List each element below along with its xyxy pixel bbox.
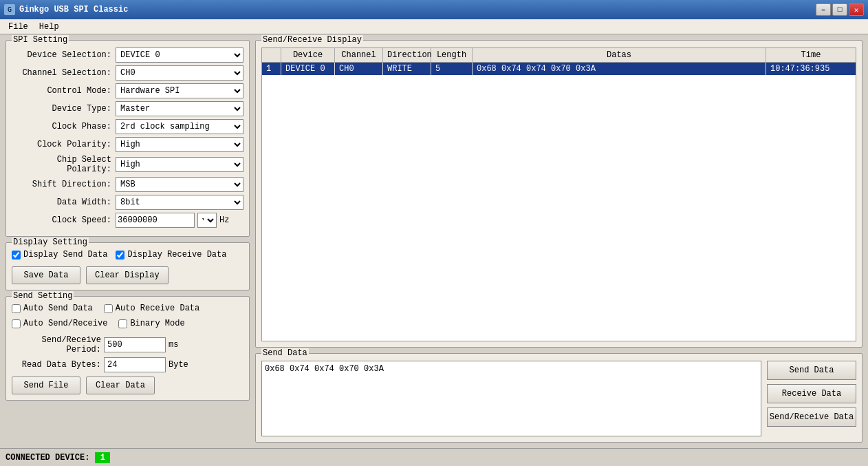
display-receive-label: Display Receive Data <box>127 250 226 260</box>
binary-mode-text: Binary Mode <box>130 319 184 328</box>
display-send-checkbox[interactable] <box>12 251 21 260</box>
send-data-title: Send Data <box>261 348 309 358</box>
save-data-button[interactable]: Save Data <box>12 266 80 284</box>
th-time: Time <box>766 48 856 62</box>
auto-receive-checkbox[interactable] <box>104 304 113 313</box>
auto-receive-text: Auto Receive Data <box>116 304 199 313</box>
clear-data-button[interactable]: Clear Data <box>86 377 155 394</box>
td-direction: WRITE <box>383 63 431 75</box>
status-label: CONNECTED DEVICE: <box>6 453 89 463</box>
clock-speed-control: ▼ Hz <box>116 213 243 228</box>
receive-data-button[interactable]: Receive Data <box>767 384 856 403</box>
send-setting-checkboxes2: Auto Send/Receive Binary Mode <box>12 319 243 331</box>
sr-display-group: Send/Receive Display Device Channel Dire… <box>255 40 862 348</box>
device-selection-row: Device Selection: DEVICE 0 DEVICE 1 <box>12 47 243 63</box>
minimize-button[interactable]: – <box>816 3 831 16</box>
send-setting-checkboxes: Auto Send Data Auto Receive Data <box>12 304 243 316</box>
read-bytes-label: Read Data Bytes: <box>12 360 101 370</box>
window-title: Ginkgo USB SPI Classic <box>19 5 128 14</box>
period-label: Send/Receive Period: <box>12 335 101 354</box>
data-width-label: Data Width: <box>12 198 111 207</box>
menu-help[interactable]: Help <box>34 21 65 33</box>
data-width-row: Data Width: 8bit 16bit <box>12 195 243 210</box>
th-datas: Datas <box>473 48 766 62</box>
chip-select-polarity-row: Chip Select Polarity: High Low <box>12 155 243 174</box>
left-panel: SPI Setting Device Selection: DEVICE 0 D… <box>6 40 250 443</box>
td-datas: 0x68 0x74 0x74 0x70 0x3A <box>473 63 766 75</box>
auto-send-receive-label[interactable]: Auto Send/Receive <box>12 319 107 328</box>
clock-polarity-row: Clock Polarity: High Low <box>12 137 243 152</box>
shift-direction-select[interactable]: MSB LSB <box>116 177 243 192</box>
sr-table-header: Device Channel Direction Length Datas Ti… <box>261 47 856 62</box>
control-mode-row: Control Mode: Hardware SPI Software SPI <box>12 83 243 98</box>
period-row: Send/Receive Period: ms <box>12 335 243 354</box>
device-type-label: Device Type: <box>12 104 111 114</box>
display-receive-checkbox[interactable] <box>116 251 124 260</box>
auto-receive-label[interactable]: Auto Receive Data <box>104 304 199 313</box>
read-bytes-unit: Byte <box>169 360 188 370</box>
send-setting-title: Send Setting <box>12 291 74 301</box>
menu-file[interactable]: File <box>3 21 34 33</box>
send-btn-col: Send Data Receive Data Send/Receive Data <box>767 361 856 436</box>
close-button[interactable]: ✕ <box>849 3 864 16</box>
control-mode-label: Control Mode: <box>12 86 111 96</box>
clock-phase-label: Clock Phase: <box>12 122 111 131</box>
clock-speed-input[interactable] <box>116 213 195 228</box>
sr-display-title: Send/Receive Display <box>261 35 363 45</box>
td-length: 5 <box>431 63 473 75</box>
binary-mode-checkbox[interactable] <box>118 319 127 328</box>
shift-direction-row: Shift Direction: MSB LSB <box>12 177 243 192</box>
data-width-select[interactable]: 8bit 16bit <box>116 195 243 210</box>
send-receive-data-button[interactable]: Send/Receive Data <box>767 407 856 427</box>
th-length: Length <box>431 48 473 62</box>
send-file-button[interactable]: Send File <box>12 377 80 394</box>
binary-mode-label[interactable]: Binary Mode <box>118 319 184 328</box>
clock-phase-row: Clock Phase: 1st clock sampling 2rd cloc… <box>12 119 243 134</box>
main-content: SPI Setting Device Selection: DEVICE 0 D… <box>0 34 868 448</box>
display-send-checkbox-label[interactable]: Display Send Data <box>12 250 107 260</box>
clear-display-button[interactable]: Clear Display <box>86 266 169 284</box>
display-send-label: Display Send Data <box>23 250 107 260</box>
display-buttons-row: Save Data Clear Display <box>12 266 243 284</box>
status-bar: CONNECTED DEVICE: 1 <box>0 448 868 466</box>
maximize-button[interactable]: □ <box>832 3 847 16</box>
channel-selection-label: Channel Selection: <box>12 68 111 78</box>
chip-select-polarity-select[interactable]: High Low <box>116 157 243 172</box>
period-input[interactable] <box>104 337 166 352</box>
sr-table-body: 1 DEVICE 0 CH0 WRITE 5 0x68 0x74 0x74 0x… <box>261 62 856 341</box>
send-data-group: Send Data 0x68 0x74 0x74 0x70 0x3A Send … <box>255 353 862 443</box>
send-setting-buttons: Send File Clear Data <box>12 377 243 394</box>
channel-selection-select[interactable]: CH0 CH1 <box>116 65 243 81</box>
device-selection-label: Device Selection: <box>12 50 111 60</box>
menu-bar: File Help <box>0 19 868 34</box>
clock-phase-select[interactable]: 1st clock sampling 2rd clock sampling <box>116 119 243 134</box>
clock-speed-label: Clock Speed: <box>12 215 111 225</box>
display-setting-group: Display Setting Display Send Data Displa… <box>6 242 250 290</box>
table-row[interactable]: 1 DEVICE 0 CH0 WRITE 5 0x68 0x74 0x74 0x… <box>262 63 856 75</box>
title-bar-controls: – □ ✕ <box>816 3 864 16</box>
device-selection-select[interactable]: DEVICE 0 DEVICE 1 <box>116 47 243 63</box>
device-type-select[interactable]: Master Slave <box>116 101 243 116</box>
display-receive-checkbox-label[interactable]: Display Receive Data <box>116 250 226 260</box>
th-num <box>262 48 281 62</box>
status-badge: 1 <box>95 452 110 463</box>
shift-direction-label: Shift Direction: <box>12 180 111 189</box>
send-data-button[interactable]: Send Data <box>767 361 856 380</box>
chip-select-polarity-label: Chip Select Polarity: <box>12 155 111 174</box>
send-data-box: 0x68 0x74 0x74 0x70 0x3A Send Data Recei… <box>261 361 856 436</box>
display-checkboxes-row: Display Send Data Display Receive Data <box>12 250 243 262</box>
auto-send-receive-checkbox[interactable] <box>12 319 21 328</box>
clock-speed-dropdown[interactable]: ▼ <box>197 213 217 228</box>
auto-send-label[interactable]: Auto Send Data <box>12 304 93 313</box>
td-channel: CH0 <box>335 63 383 75</box>
th-direction: Direction <box>383 48 431 62</box>
read-bytes-input[interactable] <box>104 357 166 372</box>
send-data-textarea[interactable]: 0x68 0x74 0x74 0x70 0x3A <box>261 361 761 436</box>
channel-selection-row: Channel Selection: CH0 CH1 <box>12 65 243 81</box>
control-mode-select[interactable]: Hardware SPI Software SPI <box>116 83 243 98</box>
spi-setting-group: SPI Setting Device Selection: DEVICE 0 D… <box>6 40 250 237</box>
app-icon: G <box>4 4 15 15</box>
clock-polarity-select[interactable]: High Low <box>116 137 243 152</box>
clock-speed-row: Clock Speed: ▼ Hz <box>12 213 243 228</box>
auto-send-checkbox[interactable] <box>12 304 21 313</box>
